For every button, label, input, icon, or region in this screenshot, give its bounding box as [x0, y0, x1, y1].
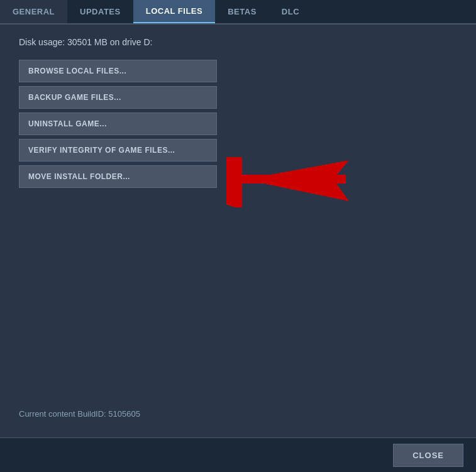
footer-bar: CLOSE — [0, 437, 476, 472]
svg-marker-3 — [258, 160, 349, 201]
verify-integrity-button[interactable]: VERIFY INTEGRITY OF GAME FILES... — [19, 139, 217, 162]
browse-local-files-button[interactable]: BROWSE LOCAL FILES... — [19, 60, 217, 82]
uninstall-game-button[interactable]: UNINSTALL GAME... — [19, 113, 217, 135]
disk-usage-label: Disk usage: 30501 MB on drive D: — [19, 37, 457, 47]
close-button[interactable]: CLOSE — [393, 444, 463, 467]
steam-properties-window: GENERAL UPDATES LOCAL FILES BETAS DLC Di… — [0, 0, 476, 472]
move-install-folder-button[interactable]: MOVE INSTALL FOLDER... — [19, 165, 217, 188]
svg-line-2 — [245, 181, 349, 198]
tab-dlc[interactable]: DLC — [269, 0, 312, 23]
action-buttons-section: BROWSE LOCAL FILES... BACKUP GAME FILES.… — [19, 60, 217, 188]
tab-general[interactable]: GENERAL — [0, 0, 67, 23]
tab-betas[interactable]: BETAS — [215, 0, 269, 23]
build-id-label: Current content BuildID: 5105605 — [19, 409, 457, 425]
tab-local-files[interactable]: LOCAL FILES — [133, 0, 215, 23]
tab-updates[interactable]: UPDATES — [67, 0, 133, 23]
backup-game-files-button[interactable]: BACKUP GAME FILES... — [19, 86, 217, 109]
arrow-annotation — [226, 157, 352, 207]
tab-bar: GENERAL UPDATES LOCAL FILES BETAS DLC — [0, 0, 476, 25]
content-area: Disk usage: 30501 MB on drive D: BROWSE … — [0, 25, 476, 437]
